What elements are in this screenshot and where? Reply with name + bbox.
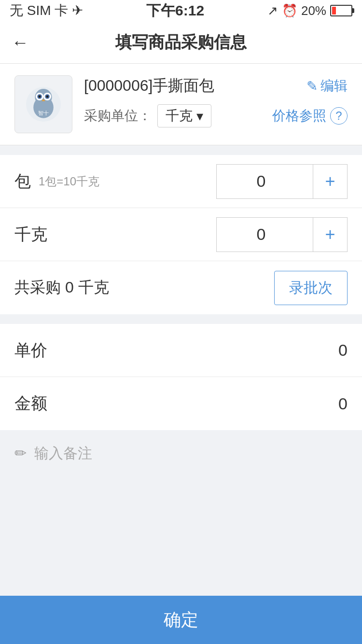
bag-controls: +	[216, 164, 348, 199]
battery-icon	[330, 5, 352, 16]
confirm-button[interactable]: 确定	[0, 596, 362, 644]
dropdown-arrow-icon: ▾	[196, 108, 203, 124]
product-name: [0000006]手撕面包	[84, 75, 214, 97]
remark-section[interactable]: ✏ 输入备注	[0, 430, 362, 507]
edit-icon: ✎	[306, 78, 318, 94]
divider-2	[0, 314, 362, 324]
status-bar: 无 SIM 卡 ✈ 下午6:12 ↗ ⏰ 20%	[0, 0, 362, 21]
unit-row: 采购单位： 千克 ▾ 价格参照 ?	[84, 104, 348, 127]
unit-price-value: 0	[338, 341, 348, 360]
edit-button[interactable]: ✎ 编辑	[306, 77, 348, 95]
price-section: 单价 0 金额 0	[0, 324, 362, 430]
amount-label: 金额	[14, 392, 47, 415]
alarm-icon: ⏰	[282, 3, 297, 18]
back-button[interactable]: ←	[12, 32, 29, 53]
unit-price-row: 单价 0	[0, 324, 362, 377]
input-section: 包 1包=10千克 + 千克 +	[0, 155, 362, 261]
signal-text: 无 SIM 卡 ✈	[10, 1, 83, 20]
unit-value: 千克	[166, 107, 193, 125]
status-time: 下午6:12	[146, 1, 204, 21]
kg-label: 千克	[14, 224, 47, 246]
edit-label: 编辑	[320, 77, 348, 95]
bag-label: 包 1包=10千克	[14, 170, 99, 193]
kg-controls: +	[216, 217, 348, 252]
svg-text:智十: 智十	[38, 110, 49, 116]
kg-plus-button[interactable]: +	[313, 217, 348, 252]
bag-hint: 1包=10千克	[39, 174, 99, 189]
kg-label-text: 千克	[14, 224, 47, 246]
location-icon: ↗	[267, 3, 278, 18]
bag-input-row: 包 1包=10千克 +	[0, 155, 362, 208]
divider-1	[0, 145, 362, 155]
nav-bar: ← 填写商品采购信息	[0, 21, 362, 64]
summary-text: 共采购 0 千克	[14, 277, 109, 298]
unit-select-dropdown[interactable]: 千克 ▾	[157, 104, 211, 127]
bag-label-text: 包	[14, 170, 31, 193]
product-info: [0000006]手撕面包 ✎ 编辑 采购单位： 千克 ▾ 价格参照 ?	[84, 75, 348, 127]
kg-input-row: 千克 +	[0, 208, 362, 261]
status-left: 无 SIM 卡 ✈	[10, 1, 83, 20]
amount-row: 金额 0	[0, 377, 362, 430]
kg-quantity-input[interactable]	[216, 217, 313, 252]
remark-placeholder: 输入备注	[34, 444, 92, 463]
page-title: 填写商品采购信息	[115, 31, 247, 54]
remark-icon: ✏	[14, 445, 27, 462]
svg-point-7	[39, 96, 41, 98]
product-card: 智十 [0000006]手撕面包 ✎ 编辑 采购单位： 千克 ▾ 价格参照 ?	[0, 64, 362, 145]
status-right: ↗ ⏰ 20%	[267, 3, 352, 18]
unit-label: 采购单位：	[84, 107, 152, 125]
batch-button[interactable]: 录批次	[274, 271, 348, 305]
price-ref-help-icon: ?	[330, 107, 348, 125]
battery-percent: 20%	[301, 3, 326, 18]
price-ref-label: 价格参照	[272, 107, 326, 125]
summary-row: 共采购 0 千克 录批次	[0, 261, 362, 314]
amount-value: 0	[338, 394, 348, 413]
product-image: 智十	[14, 75, 72, 133]
product-name-row: [0000006]手撕面包 ✎ 编辑	[84, 75, 348, 97]
bag-quantity-input[interactable]	[216, 164, 313, 199]
unit-price-label: 单价	[14, 339, 47, 362]
svg-point-8	[46, 96, 49, 98]
bag-plus-button[interactable]: +	[313, 164, 348, 199]
price-ref-button[interactable]: 价格参照 ?	[272, 107, 348, 125]
